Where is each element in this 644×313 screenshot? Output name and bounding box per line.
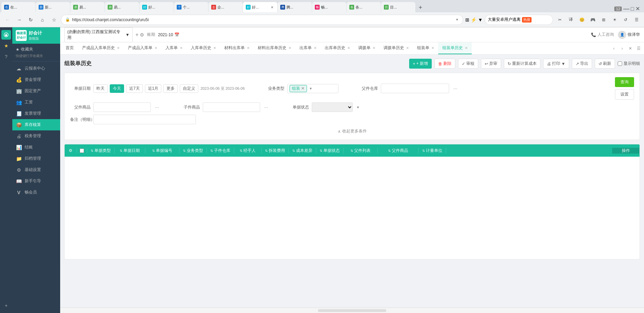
- calendar-icon[interactable]: 📅: [174, 32, 179, 37]
- nav-tab-assembly[interactable]: 组装单 ✕: [413, 42, 438, 54]
- sidebar-item-inventory[interactable]: 📦 库存核算: [12, 119, 60, 130]
- browser-tab-1[interactable]: 在 在...: [1, 2, 36, 12]
- th-cost-diff[interactable]: ⇅ 成本差异: [289, 148, 316, 154]
- browser-tab-2[interactable]: 新 新...: [36, 2, 70, 12]
- left-icon-star[interactable]: ★: [1, 41, 11, 51]
- add-button[interactable]: + + 新增: [409, 59, 432, 69]
- nav-tab-close[interactable]: ✕: [117, 46, 120, 50]
- browser-tab-7[interactable]: 企 企...: [209, 2, 243, 12]
- nav-tab-close[interactable]: ✕: [431, 46, 434, 50]
- print-button[interactable]: 🖨 打印 ▼: [543, 59, 569, 69]
- select-all-checkbox[interactable]: [80, 148, 84, 153]
- close-window-button[interactable]: ✕: [635, 5, 640, 12]
- browser-tab-4[interactable]: 易 易...: [105, 2, 139, 12]
- th-child-warehouse[interactable]: ⇅ 子件仓库: [207, 148, 234, 154]
- delete-button[interactable]: 🗑 删除: [434, 59, 455, 69]
- th-handler[interactable]: ⇅ 经手人: [234, 148, 261, 154]
- recalculate-button[interactable]: ↻ 重新计算成本: [504, 59, 540, 69]
- nav-tab-close[interactable]: ✕: [347, 46, 350, 50]
- nav-tab-close[interactable]: ✕: [180, 46, 183, 50]
- th-settings[interactable]: ⚙: [65, 148, 77, 153]
- abandon-button[interactable]: ↩ 弃审: [481, 59, 501, 69]
- add-company-button[interactable]: +: [135, 32, 138, 38]
- nav-tab-home[interactable]: 首页: [62, 42, 78, 54]
- nav-tab-close[interactable]: ✕: [465, 46, 468, 50]
- nav-tab-close[interactable]: ✕: [373, 46, 375, 50]
- maximize-button[interactable]: □: [631, 6, 634, 12]
- nav-tab-outbound[interactable]: 出库单 ✕: [295, 42, 321, 54]
- new-tab-button[interactable]: +: [416, 3, 425, 12]
- tabs-scroll-right[interactable]: ›: [618, 44, 626, 53]
- nav-tab-close[interactable]: ✕: [289, 46, 291, 50]
- tabs-more[interactable]: ☰: [634, 44, 643, 53]
- order-status-select[interactable]: [312, 102, 353, 112]
- sidebar-item-cloud-report[interactable]: ☁ 云报表中心: [12, 63, 60, 74]
- minimize-button[interactable]: —: [623, 5, 629, 12]
- tabs-scroll-left[interactable]: ‹: [610, 44, 618, 53]
- nav-tab-inbound-history[interactable]: 入库单历史 ✕: [187, 42, 220, 54]
- search-bar[interactable]: 大量安卓用户逃离 热搜: [485, 15, 553, 25]
- collapse-button[interactable]: ∧ 收起更多条件: [334, 127, 371, 136]
- company-selector[interactable]: (勿删勿禁用) 江西服宝测试专用 ▼: [64, 27, 133, 42]
- sidebar-item-closing[interactable]: 📊 结账: [12, 142, 60, 153]
- th-doc-type[interactable]: ⇅ 单据类型: [87, 148, 115, 154]
- nav-tab-material-outbound-history[interactable]: 材料出库单历史 ✕: [254, 42, 295, 54]
- consultation-button[interactable]: 📞 人工咨询: [591, 32, 614, 38]
- refresh-button[interactable]: ↺ 刷新: [595, 59, 615, 69]
- nav-tab-transfer[interactable]: 调拨单 ✕: [354, 42, 379, 54]
- browser-tab-6[interactable]: 个 个...: [174, 2, 208, 12]
- sidebar-item-vip[interactable]: V 畅会员: [12, 187, 60, 198]
- display-detail-input[interactable]: [618, 61, 622, 66]
- back-button[interactable]: ←: [3, 15, 12, 25]
- brightness-icon[interactable]: ☀: [610, 15, 619, 25]
- export-button[interactable]: ↗ 导出: [572, 59, 592, 69]
- left-icon-home[interactable]: [1, 30, 11, 40]
- nav-tab-close[interactable]: ✕: [155, 46, 157, 50]
- nav-tab-assembly-history[interactable]: 组装单历史 ✕: [438, 42, 472, 54]
- query-button[interactable]: 查询: [615, 77, 634, 87]
- nav-tab-close[interactable]: ✕: [314, 46, 317, 50]
- parent-warehouse-input[interactable]: [381, 84, 449, 93]
- sidebar-item-salary[interactable]: 👥 工资: [12, 97, 60, 108]
- display-detail-checkbox[interactable]: 显示明细: [618, 61, 640, 67]
- browser-tab-9[interactable]: 腾 腾...: [278, 2, 312, 12]
- address-dropdown-icon[interactable]: ▼: [455, 18, 459, 22]
- th-doc-date[interactable]: ⇅ 单据日期: [115, 148, 145, 154]
- sidebar-item-archive[interactable]: 📁 归档管理: [12, 153, 60, 164]
- parent-warehouse-more-icon[interactable]: ···: [452, 86, 459, 91]
- left-icon-unknown[interactable]: ?: [1, 52, 11, 61]
- lightning-icon[interactable]: ⚡: [471, 17, 477, 23]
- th-parent-list[interactable]: ⇅ 父件列表: [344, 148, 378, 154]
- filter-settings-button[interactable]: 设置: [615, 89, 634, 100]
- user-info[interactable]: 👤 徐泽华: [618, 31, 640, 39]
- business-type-selector[interactable]: 组装 ✕ ▼: [287, 84, 338, 93]
- date-btn-7days[interactable]: 近7天: [126, 84, 143, 93]
- left-icon-add[interactable]: +: [1, 301, 11, 310]
- child-goods-more-icon[interactable]: ···: [263, 104, 270, 110]
- sidebar-item-tax[interactable]: 🖨 税务管理: [12, 130, 60, 142]
- th-doc-status[interactable]: ⇅ 单据状态: [316, 148, 344, 154]
- browser-tab-10[interactable]: 畅 畅...: [312, 2, 346, 12]
- forward-button[interactable]: →: [14, 15, 24, 25]
- browser-tab-8[interactable]: 好 好... ✕: [243, 2, 277, 12]
- nav-tab-outbound-history[interactable]: 出库单历史 ✕: [321, 42, 354, 54]
- sidebar-item-fixed-assets[interactable]: 🏢 固定资产: [12, 85, 60, 97]
- nav-tab-inbound[interactable]: 入库单 ✕: [161, 42, 187, 54]
- review-button[interactable]: ✓ 审核: [458, 59, 478, 69]
- nav-tab-close[interactable]: ✕: [213, 46, 216, 50]
- browser-tab-12[interactable]: 目 目...: [381, 2, 415, 12]
- parent-goods-input[interactable]: [93, 102, 151, 112]
- translate-icon[interactable]: 译: [566, 15, 576, 25]
- nav-tab-transfer-history[interactable]: 调拨单历史 ✕: [379, 42, 413, 54]
- nav-tab-close[interactable]: ✕: [406, 46, 409, 50]
- th-unit[interactable]: ⇅ 计量单位: [419, 148, 446, 154]
- company-settings-icon[interactable]: ⚙: [140, 32, 144, 38]
- th-parent-goods[interactable]: ⇅ 父件商品: [378, 148, 419, 154]
- th-disassemble-fee[interactable]: ⇅ 拆装费用: [261, 148, 289, 154]
- horizontal-scrollbar[interactable]: [318, 309, 386, 312]
- dropdown-icon[interactable]: ▼: [478, 17, 483, 23]
- date-btn-more[interactable]: 更多: [163, 84, 178, 93]
- emoji-icon[interactable]: 😊: [577, 15, 587, 25]
- tabs-close-current[interactable]: ✕: [626, 44, 634, 53]
- sidebar-item-settings[interactable]: ⚙ 基础设置: [12, 164, 60, 175]
